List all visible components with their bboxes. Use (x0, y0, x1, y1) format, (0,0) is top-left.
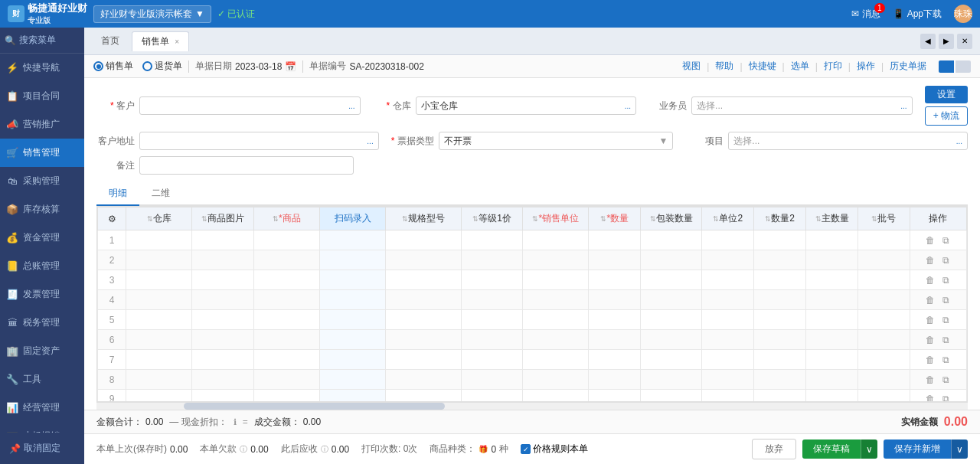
sidebar-item-marketing[interactable]: 📣 营销推广 (0, 110, 84, 139)
cell-price1-8[interactable] (462, 370, 523, 390)
customer-dots[interactable]: ... (348, 102, 354, 110)
cell-unit2-7[interactable] (702, 350, 754, 370)
cell-pack-3[interactable] (641, 270, 702, 290)
cell-mainqty-8[interactable] (806, 370, 858, 390)
cell-batch-5[interactable] (858, 310, 910, 330)
cell-pack-4[interactable] (641, 290, 702, 310)
shortcut-link[interactable]: 快捷键 (749, 60, 776, 73)
cell-pack-5[interactable] (641, 310, 702, 330)
cell-unit-2[interactable] (523, 250, 589, 270)
delete-row-button-2[interactable]: 🗑 (924, 254, 936, 266)
ops-link[interactable]: 操作 (857, 60, 875, 73)
delete-row-button-5[interactable]: 🗑 (924, 314, 936, 326)
address-dots[interactable]: ... (367, 137, 373, 145)
cell-pack-1[interactable] (641, 230, 702, 250)
delete-row-button-7[interactable]: 🗑 (924, 354, 936, 366)
cell-spec-3[interactable] (386, 270, 462, 290)
sidebar-item-accounts[interactable]: 📒 总账管理 (0, 252, 84, 280)
delete-row-button-6[interactable]: 🗑 (924, 334, 936, 346)
cell-warehouse-3[interactable] (126, 270, 192, 290)
layout-grid-button[interactable] (939, 60, 954, 73)
cell-scan-2[interactable] (319, 250, 385, 270)
delete-row-button-9[interactable]: 🗑 (924, 393, 936, 402)
cell-unit-7[interactable] (523, 350, 589, 370)
copy-row-button-1[interactable]: ⧉ (939, 234, 952, 247)
invoice-type-select[interactable]: 不开票 ▼ (439, 132, 674, 150)
cell-batch-2[interactable] (858, 250, 910, 270)
cell-unit-3[interactable] (523, 270, 589, 290)
cell-qty-7[interactable] (589, 350, 641, 370)
sidebar-item-quick-nav[interactable]: ⚡ 快捷导航 (0, 54, 84, 82)
cell-scan-7[interactable] (319, 350, 385, 370)
col-header-goods[interactable]: ⇅*商品 (253, 207, 319, 230)
tab-detail[interactable]: 明细 (96, 182, 139, 206)
cell-qty-5[interactable] (589, 310, 641, 330)
col-header-batch[interactable]: ⇅批号 (858, 207, 910, 230)
add-logistics-button[interactable]: + 物流 (925, 106, 968, 126)
tab-close-all-button[interactable]: ✕ (957, 34, 972, 49)
cell-unit-4[interactable] (523, 290, 589, 310)
cell-qty2-7[interactable] (754, 350, 806, 370)
cell-warehouse-7[interactable] (126, 350, 192, 370)
cell-mainqty-6[interactable] (806, 330, 858, 350)
message-button[interactable]: ✉ 1 消息 (851, 8, 880, 21)
col-header-pack[interactable]: ⇅包装数量 (641, 207, 702, 230)
cell-warehouse-9[interactable] (126, 390, 192, 403)
tab-next-button[interactable]: ▶ (939, 34, 954, 49)
cell-img-4[interactable] (192, 290, 253, 310)
delete-row-button-8[interactable]: 🗑 (924, 374, 936, 386)
cell-img-8[interactable] (192, 370, 253, 390)
cell-warehouse-8[interactable] (126, 370, 192, 390)
cell-unit2-5[interactable] (702, 310, 754, 330)
col-header-unit2[interactable]: ⇅单位2 (702, 207, 754, 230)
cell-pack-9[interactable] (641, 390, 702, 403)
copy-row-button-3[interactable]: ⧉ (939, 274, 952, 286)
cell-qty-8[interactable] (589, 370, 641, 390)
search-menu-item[interactable]: 🔍 搜索菜单 (0, 28, 84, 54)
sidebar-item-finance[interactable]: 💰 资金管理 (0, 224, 84, 252)
user-avatar[interactable]: 珠珠 (954, 5, 972, 23)
cell-warehouse-4[interactable] (126, 290, 192, 310)
col-header-img[interactable]: ⇅商品图片 (192, 207, 253, 230)
cell-mainqty-7[interactable] (806, 350, 858, 370)
cell-price1-5[interactable] (462, 310, 523, 330)
col-header-mainqty[interactable]: ⇅主数量 (806, 207, 858, 230)
cell-price1-4[interactable] (462, 290, 523, 310)
cell-qty-6[interactable] (589, 330, 641, 350)
copy-row-button-4[interactable]: ⧉ (939, 294, 952, 306)
cell-img-3[interactable] (192, 270, 253, 290)
cell-warehouse-5[interactable] (126, 310, 192, 330)
save-new-button[interactable]: 保存并新增 (884, 439, 951, 459)
cell-qty-1[interactable] (589, 230, 641, 250)
company-select[interactable]: 好业财专业版演示帐套 ▼ (93, 5, 211, 23)
cell-price1-1[interactable] (462, 230, 523, 250)
sidebar-item-purchase[interactable]: 🛍 采购管理 (0, 167, 84, 195)
save-draft-button[interactable]: 保存草稿 (802, 439, 861, 459)
sidebar-item-reports[interactable]: 💳 小畅报销 (0, 422, 84, 433)
sidebar-item-invoice[interactable]: 🧾 发票管理 (0, 280, 84, 309)
cell-qty-2[interactable] (589, 250, 641, 270)
cell-unit-6[interactable] (523, 330, 589, 350)
col-header-price1[interactable]: ⇅等级1价 (462, 207, 523, 230)
cell-unit2-3[interactable] (702, 270, 754, 290)
cell-spec-6[interactable] (386, 330, 462, 350)
sidebar-item-tax[interactable]: 🏛 税务管理 (0, 309, 84, 337)
tab-sales[interactable]: 销售单 × (132, 31, 189, 51)
cell-scan-8[interactable] (319, 370, 385, 390)
cell-mainqty-2[interactable] (806, 250, 858, 270)
cell-img-5[interactable] (192, 310, 253, 330)
cell-qty2-6[interactable] (754, 330, 806, 350)
address-input[interactable]: ... (139, 132, 379, 150)
cell-unit2-4[interactable] (702, 290, 754, 310)
cell-qty2-8[interactable] (754, 370, 806, 390)
cell-unit2-6[interactable] (702, 330, 754, 350)
copy-row-button-5[interactable]: ⧉ (939, 314, 952, 326)
cell-unit2-2[interactable] (702, 250, 754, 270)
cell-pack-7[interactable] (641, 350, 702, 370)
cell-pack-8[interactable] (641, 370, 702, 390)
cell-spec-5[interactable] (386, 310, 462, 330)
col-header-setting[interactable]: ⚙ (98, 207, 126, 230)
copy-row-button-8[interactable]: ⧉ (939, 374, 952, 386)
cell-spec-1[interactable] (386, 230, 462, 250)
cell-spec-7[interactable] (386, 350, 462, 370)
